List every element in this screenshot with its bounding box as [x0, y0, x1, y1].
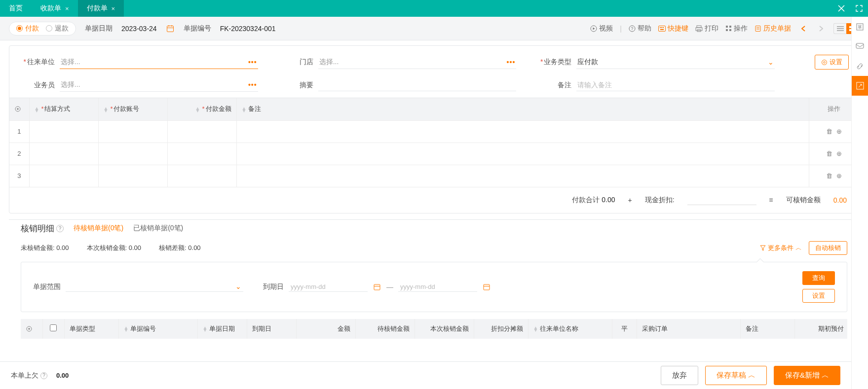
- select-all-header[interactable]: [42, 319, 64, 339]
- svg-point-21: [822, 60, 827, 65]
- tab-home[interactable]: 首页: [0, 0, 32, 17]
- col-docdate[interactable]: ▲▼单据日期: [197, 319, 247, 339]
- pay-total-label: 付款合计: [572, 196, 600, 204]
- col-partner[interactable]: ▲▼往来单位名称: [528, 319, 612, 339]
- cash-discount-input[interactable]: [687, 195, 756, 205]
- add-row-icon[interactable]: ⊕: [836, 150, 842, 157]
- col-duedate[interactable]: 到期日: [247, 319, 296, 339]
- summary-input[interactable]: [318, 79, 517, 91]
- delete-row-icon[interactable]: 🗑: [826, 128, 832, 135]
- close-all-button[interactable]: [832, 0, 850, 17]
- salesman-placeholder: 选择...: [61, 80, 80, 89]
- calendar-icon[interactable]: [482, 283, 491, 291]
- operate-label: 操作: [734, 24, 748, 33]
- col-remark[interactable]: ▲▼备注: [236, 98, 809, 120]
- view-list-button[interactable]: [833, 23, 846, 34]
- select-all-checkbox[interactable]: [50, 324, 57, 331]
- salesman-field: 业务员 选择...•••: [19, 78, 258, 92]
- svg-rect-13: [729, 26, 731, 28]
- close-icon[interactable]: ×: [112, 5, 115, 12]
- video-label: 视频: [599, 24, 613, 33]
- radio-payment[interactable]: 付款: [16, 24, 39, 33]
- svg-rect-31: [856, 43, 864, 48]
- col-ping[interactable]: 平: [612, 319, 637, 339]
- done-tab[interactable]: 已核销单据(0笔): [133, 224, 183, 233]
- calendar-icon[interactable]: [166, 24, 175, 33]
- discard-button[interactable]: 放弃: [661, 366, 698, 385]
- col-settle[interactable]: ▲▼*结算方式: [29, 98, 98, 120]
- print-label: 打印: [705, 24, 718, 33]
- settings-label: 设置: [830, 58, 842, 67]
- table-row[interactable]: 1🗑⊕: [9, 120, 859, 142]
- prev-doc-button[interactable]: [798, 23, 809, 34]
- table-settings-header[interactable]: [9, 98, 29, 120]
- table-settings-header[interactable]: [21, 319, 42, 339]
- settings-button[interactable]: 设置: [815, 55, 849, 70]
- col-po[interactable]: 采购订单: [637, 319, 740, 339]
- close-icon[interactable]: ×: [65, 5, 69, 12]
- help-icon[interactable]: ?: [40, 372, 47, 379]
- radio-refund[interactable]: 退款: [46, 24, 69, 33]
- operate-link[interactable]: 操作: [725, 24, 748, 33]
- auto-writeoff-button[interactable]: 自动核销: [809, 241, 847, 255]
- help-icon[interactable]: ?: [56, 225, 64, 232]
- filter-settings-button[interactable]: 设置: [802, 289, 835, 303]
- history-link[interactable]: 历史单据: [755, 24, 791, 33]
- radio-payment-label: 付款: [25, 24, 39, 33]
- partner-input[interactable]: 选择...•••: [60, 56, 258, 69]
- calendar-icon[interactable]: [373, 283, 381, 291]
- col-amount[interactable]: ▲▼*付款金额: [167, 98, 236, 120]
- next-doc-button[interactable]: [816, 23, 827, 34]
- rail-draft-icon[interactable]: 草: [852, 17, 868, 36]
- shortcut-link[interactable]: 快捷键: [658, 24, 688, 33]
- rail-link-icon[interactable]: [852, 56, 868, 76]
- col-docno[interactable]: ▲▼单据编号: [118, 319, 197, 339]
- salesman-input[interactable]: 选择...•••: [60, 78, 258, 92]
- col-remark[interactable]: 备注: [740, 319, 794, 339]
- range-field: 单据范围 ⌄: [33, 282, 243, 292]
- doc-date-value[interactable]: 2023-03-24: [121, 25, 157, 33]
- delete-row-icon[interactable]: 🗑: [826, 150, 832, 157]
- col-discount[interactable]: 折扣分摊额: [474, 319, 528, 339]
- partner-label: 往来单位: [27, 58, 55, 66]
- due-end-input[interactable]: [398, 282, 477, 292]
- tab-payments[interactable]: 付款单×: [78, 0, 124, 17]
- save-new-button[interactable]: 保存&新增︿: [774, 366, 840, 385]
- col-this-amt[interactable]: 本次核销金额: [415, 319, 474, 339]
- partner-placeholder: 选择...: [61, 58, 80, 67]
- store-input[interactable]: 选择...•••: [318, 56, 517, 69]
- more-conditions-link[interactable]: 更多条件︿: [760, 244, 802, 252]
- more-icon: •••: [507, 58, 516, 66]
- pending-tab[interactable]: 待核销单据(0笔): [74, 224, 123, 233]
- svg-rect-14: [726, 29, 728, 31]
- col-pending-amt[interactable]: 待核销金额: [355, 319, 415, 339]
- more-icon: •••: [248, 81, 257, 89]
- print-link[interactable]: 打印: [695, 24, 718, 33]
- chevron-down-icon: ⌄: [768, 58, 774, 66]
- chevron-up-icon: ︿: [822, 371, 829, 380]
- col-account[interactable]: ▲▼*付款账号: [98, 98, 167, 120]
- tab-receipts[interactable]: 收款单×: [32, 0, 78, 17]
- salesman-label: 业务员: [34, 81, 55, 89]
- biztype-select[interactable]: 应付款⌄: [576, 56, 775, 69]
- table-row[interactable]: 2🗑⊕: [9, 142, 859, 165]
- fullscreen-button[interactable]: [850, 0, 868, 17]
- delete-row-icon[interactable]: 🗑: [826, 172, 832, 179]
- save-draft-button[interactable]: 保存草稿︿: [705, 366, 767, 385]
- biztype-field: *业务类型 应付款⌄: [536, 56, 775, 69]
- video-link[interactable]: 视频: [590, 24, 613, 33]
- rail-message-icon[interactable]: [852, 36, 868, 56]
- range-select[interactable]: ⌄: [66, 282, 243, 292]
- col-doctype[interactable]: 单据类型: [64, 319, 118, 339]
- due-start-input[interactable]: [289, 282, 368, 292]
- query-button[interactable]: 查询: [802, 271, 835, 285]
- rail-expand-icon[interactable]: [852, 76, 868, 96]
- help-link[interactable]: ?帮助: [629, 24, 651, 33]
- col-prepaid[interactable]: 期初预付: [794, 319, 847, 339]
- col-amount[interactable]: 金额: [296, 319, 355, 339]
- cash-discount-label: 现金折扣:: [645, 196, 675, 205]
- add-row-icon[interactable]: ⊕: [836, 172, 842, 179]
- table-row[interactable]: 3🗑⊕: [9, 165, 859, 187]
- add-row-icon[interactable]: ⊕: [836, 128, 842, 135]
- remark-input[interactable]: [576, 79, 775, 91]
